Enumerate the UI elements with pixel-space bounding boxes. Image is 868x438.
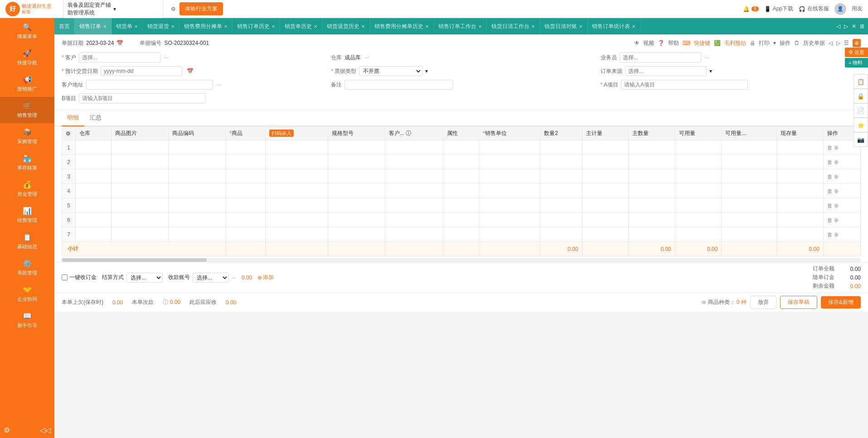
staff-more-icon[interactable]: ··· <box>705 54 709 61</box>
td-unit-2[interactable] <box>479 155 540 169</box>
right-icon-4[interactable]: ⭐ <box>853 118 868 132</box>
right-icon-3[interactable]: 📄 <box>853 103 868 118</box>
td-main-qty-6[interactable] <box>629 213 675 227</box>
td-warehouse-2[interactable] <box>76 155 112 169</box>
td-scan-3[interactable] <box>266 169 328 184</box>
copy-icon-1[interactable]: ⊕ <box>834 144 839 151</box>
td-qty2-1[interactable] <box>540 140 582 155</box>
th-scan[interactable]: 扫码录入 <box>266 127 328 140</box>
td-goods-1[interactable] <box>225 140 265 155</box>
one-key-checkbox[interactable] <box>62 274 68 280</box>
sidebar-item-guide[interactable]: 📖 新手引导 <box>0 307 54 333</box>
td-unit-5[interactable] <box>479 198 540 213</box>
copy-icon-4[interactable]: ⊕ <box>834 188 839 194</box>
settings-button[interactable]: ⚙ 设置 <box>845 48 868 57</box>
operate-btn[interactable]: 操作 <box>780 39 790 47</box>
copy-icon-7[interactable]: ⊕ <box>834 231 839 238</box>
print-btn[interactable]: 打印 <box>759 39 770 47</box>
td-attr-1[interactable] <box>443 140 479 155</box>
pay-method-select[interactable]: 选择... <box>126 273 163 283</box>
tab-more-icon[interactable]: ✕ <box>850 22 858 30</box>
td-customer-4[interactable] <box>385 184 443 198</box>
customer-input[interactable] <box>79 53 160 63</box>
td-code-4[interactable] <box>169 184 226 198</box>
td-scan-2[interactable] <box>266 155 328 169</box>
tab-close-icon[interactable]: ✕ <box>478 24 482 29</box>
td-customer-7[interactable] <box>385 227 443 242</box>
td-unit-7[interactable] <box>479 227 540 242</box>
delete-icon-3[interactable]: 🗑 <box>827 173 833 180</box>
td-qty2-7[interactable] <box>540 227 582 242</box>
copy-icon-3[interactable]: ⊕ <box>834 173 839 180</box>
copy-icon-2[interactable]: ⊕ <box>834 159 839 165</box>
td-scan-1[interactable] <box>266 140 328 155</box>
address-more-icon[interactable]: ··· <box>217 82 221 88</box>
right-icon-2[interactable]: 🔒 <box>853 89 868 103</box>
tab-close-icon[interactable]: ✕ <box>314 24 317 29</box>
sidebar-item-inventory[interactable]: 🏪 库存核算 <box>0 149 54 176</box>
td-spec-3[interactable] <box>328 169 385 184</box>
tab-close-icon[interactable]: ✕ <box>171 24 175 29</box>
add-item-button[interactable]: + 物料 <box>845 58 868 67</box>
td-goods-3[interactable] <box>225 169 265 184</box>
td-main-qty-5[interactable] <box>629 198 675 213</box>
customer-more-icon[interactable]: ··· <box>164 54 169 61</box>
account-more-icon[interactable]: ··· <box>232 274 236 281</box>
td-spec-2[interactable] <box>328 155 385 169</box>
sidebar-item-purchase[interactable]: 📦 采购管理 <box>0 123 54 149</box>
tab-close-icon[interactable]: ✕ <box>632 24 635 29</box>
online-service-button[interactable]: 🎧 在线客服 <box>799 5 829 13</box>
delete-icon-5[interactable]: 🗑 <box>827 202 833 209</box>
td-customer-1[interactable] <box>385 140 443 155</box>
td-attr-2[interactable] <box>443 155 479 169</box>
tab-sales-order-history[interactable]: 销售订单历史 ✕ <box>233 18 280 34</box>
td-attr-7[interactable] <box>443 227 479 242</box>
td-scan-6[interactable] <box>266 213 328 227</box>
td-attr-6[interactable] <box>443 213 479 227</box>
address-input[interactable] <box>86 80 213 90</box>
delete-icon-7[interactable]: 🗑 <box>827 231 833 238</box>
notification-button[interactable]: 🔔 9 9 <box>743 6 759 12</box>
td-customer-2[interactable] <box>385 155 443 169</box>
tab-expense-history[interactable]: 销售费用分摊单历史 ✕ <box>370 18 434 34</box>
settings-gear-button[interactable]: ⚙ <box>167 3 179 15</box>
sidebar-item-enterprise[interactable]: 🤝 企业协同 <box>0 281 54 307</box>
td-warehouse-5[interactable] <box>76 198 112 213</box>
td-customer-5[interactable] <box>385 198 443 213</box>
th-warehouse[interactable]: 仓库 <box>76 127 112 140</box>
scrollbar-thumb[interactable] <box>62 258 207 262</box>
warehouse-more-icon[interactable]: ··· <box>364 54 369 61</box>
tab-sales-workbench[interactable]: 销售订单工作台 ✕ <box>434 18 487 34</box>
nav-left-icon[interactable]: ◁ <box>829 40 833 46</box>
delete-icon-1[interactable]: 🗑 <box>827 144 833 151</box>
detail-tab-mingxi[interactable]: 明细 <box>62 110 84 126</box>
td-qty2-4[interactable] <box>540 184 582 198</box>
td-warehouse-7[interactable] <box>76 227 112 242</box>
nav-right-icon[interactable]: ▷ <box>836 40 840 46</box>
sidebar-item-search[interactable]: 🔍 搜索菜单 <box>0 18 54 44</box>
tab-close-icon[interactable]: ✕ <box>272 24 275 29</box>
td-code-7[interactable] <box>169 227 226 242</box>
sidebar-item-basic-info[interactable]: 📋 基础信息 <box>0 228 54 255</box>
account-select[interactable]: 选择... <box>193 273 229 283</box>
profit-btn[interactable]: 毛利预估 <box>724 39 746 47</box>
td-main-qty-7[interactable] <box>629 227 675 242</box>
td-unit-1[interactable] <box>479 140 540 155</box>
tab-sales-expense[interactable]: 销售费用分摊单 ✕ <box>179 18 233 34</box>
td-goods-6[interactable] <box>225 213 265 227</box>
sidebar-item-marketing[interactable]: 📢 营销推广 <box>0 71 54 97</box>
industry-solution-button[interactable]: 体验行业方案 <box>179 2 223 15</box>
td-goods-4[interactable] <box>225 184 265 198</box>
detail-tab-summary[interactable]: 汇总 <box>84 110 107 126</box>
td-qty2-5[interactable] <box>540 198 582 213</box>
td-main-qty-3[interactable] <box>629 169 675 184</box>
sidebar-item-quicknav[interactable]: 🚀 快捷导航 <box>0 44 54 71</box>
td-main-qty-4[interactable] <box>629 184 675 198</box>
td-attr-3[interactable] <box>443 169 479 184</box>
tab-next-arrow[interactable]: ▷ <box>842 22 850 30</box>
sidebar-collapse-icon[interactable]: ◁◁ <box>40 426 51 434</box>
th-gear[interactable]: ⚙ <box>62 127 76 140</box>
td-qty2-2[interactable] <box>540 155 582 169</box>
td-warehouse-1[interactable] <box>76 140 112 155</box>
td-main-qty-2[interactable] <box>629 155 675 169</box>
